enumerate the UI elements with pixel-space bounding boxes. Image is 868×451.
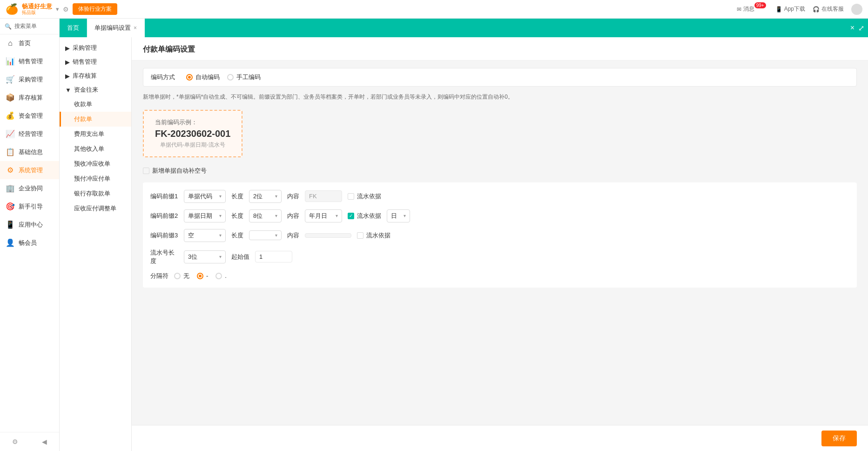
tab-home[interactable]: 首页 <box>60 19 87 37</box>
preview-desc: 单据代码-单据日期-流水号 <box>155 141 230 149</box>
prefix2-arrow-icon: ▾ <box>219 213 222 218</box>
auto-fill-checkbox[interactable] <box>143 168 149 174</box>
encoding-mode-bar: 编码方式 自动编码 手工编码 <box>143 68 857 87</box>
app-label: App下载 <box>784 5 805 13</box>
search-menu[interactable]: 🔍 搜索菜单 <box>0 19 59 34</box>
sub-item-payment[interactable]: 付款单 <box>60 112 131 127</box>
sep-dot-circle <box>215 273 222 279</box>
sub-item-bank-deposit[interactable]: 银行存取款单 <box>60 186 131 201</box>
content2-value: 年月日 <box>309 212 327 220</box>
length1-label: 长度 <box>231 192 243 201</box>
sub-group-sales[interactable]: ▶ 销售管理 <box>60 55 131 69</box>
sidebar-item-enterprise[interactable]: 🏢 企业协同 <box>0 179 59 197</box>
tab-expand-icon[interactable]: ⤢ <box>858 24 864 33</box>
top-bar-left: 🍊 畅通好生意 拓品版 ▾ ⚙ 体验行业方案 <box>6 3 737 16</box>
tab-settings[interactable]: 单据编码设置 × <box>87 19 145 37</box>
sidebar-collapse-icon[interactable]: ◀ <box>38 436 51 447</box>
start-value-input[interactable] <box>255 251 292 263</box>
sidebar-item-operation[interactable]: 📈 经营管理 <box>0 125 59 143</box>
dropdown-arrow[interactable]: ▾ <box>56 6 59 13</box>
sidebar-item-guide[interactable]: 🎯 新手引导 <box>0 197 59 215</box>
sidebar-item-home[interactable]: ⌂ 首页 <box>0 34 59 52</box>
sidebar-item-basic[interactable]: 📋 基础信息 <box>0 143 59 161</box>
page-body: 编码方式 自动编码 手工编码 <box>132 61 868 425</box>
user-avatar[interactable] <box>851 4 862 15</box>
sidebar-label-system: 系统管理 <box>19 166 43 175</box>
sidebar-label-apps: 应用中心 <box>19 221 43 229</box>
app-download-btn[interactable]: 📱 App下载 <box>775 5 805 13</box>
sidebar-item-finance[interactable]: 💰 资金管理 <box>0 107 59 125</box>
sep-dash-option[interactable]: - <box>197 272 208 279</box>
sub-item-expense[interactable]: 费用支出单 <box>60 127 131 141</box>
bottom-bar: 保存 <box>132 425 868 451</box>
sub-item-arep-adj-label: 应收应付调整单 <box>74 205 116 212</box>
content2-select[interactable]: 年月日 ▾ <box>305 209 342 222</box>
sidebar-item-member[interactable]: 👤 畅会员 <box>0 234 59 252</box>
radio-manual-label: 手工编码 <box>236 73 261 81</box>
sidebar-label-enterprise: 企业协同 <box>19 184 43 193</box>
sub-item-prepay-receive[interactable]: 预收冲应收单 <box>60 156 131 171</box>
sep-dot-option[interactable]: . <box>215 272 227 279</box>
length3-select[interactable]: ▾ <box>249 230 282 240</box>
length2-label: 长度 <box>231 212 243 220</box>
serial3-checkbox[interactable] <box>357 232 363 239</box>
tab-close-icon[interactable]: × <box>134 25 137 31</box>
sep-none-option[interactable]: 无 <box>174 272 189 280</box>
preview-box: 当前编码示例： FK-20230602-001 单据代码-单据日期-流水号 <box>143 110 242 157</box>
sidebar-item-apps[interactable]: 📱 应用中心 <box>0 215 59 234</box>
info-text: 新增单据时，*单据编码*自动生成、不可编辑。前缀设置为部门、业务员等档案类，开单… <box>143 92 857 102</box>
length3-arrow-icon: ▾ <box>275 233 277 238</box>
sidebar-settings-icon[interactable]: ⚙ <box>8 436 22 447</box>
length2-select[interactable]: 8位 ▾ <box>249 209 282 222</box>
radio-manual-circle <box>227 74 234 81</box>
length2-arrow-icon: ▾ <box>275 213 277 218</box>
sub-group-inventory[interactable]: ▶ 库存核算 <box>60 69 131 83</box>
sub-item-prepay-pay[interactable]: 预付冲应付单 <box>60 171 131 186</box>
radio-manual[interactable]: 手工编码 <box>227 73 261 81</box>
tab-minimize-icon[interactable]: × <box>850 24 855 32</box>
prefix2-label: 编码前缀2 <box>150 212 178 220</box>
sidebar-item-system[interactable]: ⚙ 系统管理 <box>0 161 59 179</box>
prefix3-select[interactable]: 空 ▾ <box>184 229 226 242</box>
sub-item-arep-adj[interactable]: 应收应付调整单 <box>60 201 131 216</box>
message-badge: 99+ <box>754 2 766 8</box>
prefix3-arrow-icon: ▾ <box>219 233 222 238</box>
tab-home-label: 首页 <box>67 24 79 32</box>
serial1-checkbox[interactable] <box>348 193 354 200</box>
sidebar-item-purchase[interactable]: 🛒 采购管理 <box>0 70 59 88</box>
search-menu-label: 搜索菜单 <box>14 22 37 30</box>
settings-gear-icon[interactable]: ⚙ <box>63 6 69 13</box>
length1-select[interactable]: 2位 ▾ <box>249 190 282 203</box>
edition-label: 拓品版 <box>22 10 52 15</box>
sidebar-item-inventory[interactable]: 📦 库存核算 <box>0 88 59 107</box>
serial2-checkbox[interactable] <box>348 213 354 219</box>
trial-button[interactable]: 体验行业方案 <box>73 3 117 15</box>
sidebar-label-guide: 新手引导 <box>19 202 43 211</box>
sub-group-capital-label: 资金往来 <box>74 86 98 94</box>
serial2-select[interactable]: 日 ▾ <box>387 209 410 222</box>
online-service-btn[interactable]: 🎧 在线客服 <box>813 5 844 13</box>
sub-item-other-income[interactable]: 其他收入单 <box>60 141 131 156</box>
prefix2-select[interactable]: 单据日期 ▾ <box>184 209 226 222</box>
sidebar-label-basic: 基础信息 <box>19 148 43 156</box>
prefix3-label: 编码前缀3 <box>150 231 178 240</box>
search-icon: 🔍 <box>5 23 12 30</box>
inventory-icon: 📦 <box>6 93 15 102</box>
radio-auto[interactable]: 自动编码 <box>186 73 220 81</box>
serial-length-select[interactable]: 3位 ▾ <box>184 250 226 263</box>
sub-group-inventory-label: 库存核算 <box>73 72 97 80</box>
message-btn[interactable]: ✉ 消息 99+ <box>737 5 768 13</box>
sidebar-label-sales: 销售管理 <box>19 57 43 66</box>
sub-group-purchase[interactable]: ▶ 采购管理 <box>60 41 131 55</box>
top-bar-right: ✉ 消息 99+ 📱 App下载 🎧 在线客服 <box>737 4 862 15</box>
sub-group-capital[interactable]: ▼ 资金往来 <box>60 83 131 97</box>
tab-bar-right: × ⤢ <box>850 19 868 37</box>
tab-settings-label: 单据编码设置 <box>94 24 131 32</box>
save-button[interactable]: 保存 <box>821 431 857 446</box>
serial3-label: 流水依据 <box>366 231 390 240</box>
sub-item-receipt[interactable]: 收款单 <box>60 97 131 112</box>
auto-fill-row: 新增单据自动补空号 <box>143 167 857 175</box>
sidebar-item-sales[interactable]: 📊 销售管理 <box>0 52 59 70</box>
prefix1-select[interactable]: 单据代码 ▾ <box>184 190 226 203</box>
prefix2-value: 单据日期 <box>188 212 212 220</box>
